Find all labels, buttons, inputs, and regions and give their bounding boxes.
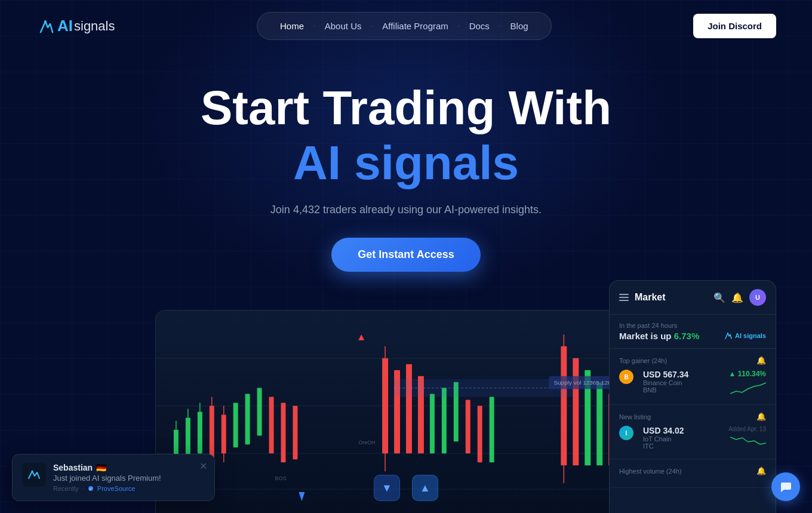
svg-rect-49 — [394, 379, 573, 397]
search-icon[interactable]: 🔍 — [713, 292, 725, 303]
logo: AIsignals — [36, 16, 115, 37]
nav-link-blog[interactable]: Blog — [506, 19, 533, 33]
highest-volume-label: Highest volume (24h) — [619, 468, 682, 475]
prove-source-icon: ✓ — [88, 486, 94, 492]
hero-subtitle: Join 4,432 traders already using our AI-… — [0, 204, 812, 216]
market-24h-value: Market is up 6.73% AI signals — [619, 330, 766, 341]
market-brand-logo: AI signals — [723, 330, 766, 341]
toast-brand-icon — [27, 468, 41, 482]
svg-rect-39 — [561, 346, 567, 465]
chart-bottom-buttons: ▼ ▲ — [156, 475, 656, 501]
logo-signals: signals — [74, 19, 115, 34]
chart-panel: Supply vol 12365.12K OreOH BOS BOS ▼ ▲ — [155, 310, 657, 513]
chart-down-button[interactable]: ▼ — [374, 475, 400, 501]
hamburger-icon[interactable] — [619, 294, 629, 301]
new-listing-card: New listing 🔔 I USD 34.02 IoT Chain ITC … — [610, 405, 776, 459]
bnb-price: USD 567.34 — [643, 370, 688, 379]
user-avatar[interactable]: U — [749, 289, 766, 306]
toast-content: Sebastian 🇩🇪 Just joined AI signals Prem… — [53, 463, 205, 492]
market-change: 6.73% — [674, 331, 700, 341]
toast-flag: 🇩🇪 — [96, 463, 106, 472]
market-24h-label: In the past 24 hours — [619, 322, 766, 329]
chart-inner: Supply vol 12365.12K OreOH BOS BOS ▼ ▲ — [156, 311, 656, 513]
bnb-change: ▲ 110.34% — [728, 370, 766, 378]
svg-rect-31 — [406, 364, 412, 454]
market-header: Market 🔍 🔔 U — [610, 281, 776, 315]
toast-logo — [22, 463, 46, 487]
top-gainer-bell-icon[interactable]: 🔔 — [756, 356, 766, 365]
highest-volume-header: Highest volume (24h) 🔔 — [619, 466, 766, 475]
bnb-mini-chart — [730, 380, 766, 397]
svg-rect-36 — [466, 400, 470, 454]
svg-rect-34 — [442, 388, 447, 454]
new-listing-row: I USD 34.02 IoT Chain ITC Added Apr, 13 — [619, 426, 766, 451]
logo-ai: AI — [57, 17, 73, 35]
svg-rect-42 — [573, 358, 579, 465]
svg-rect-15 — [210, 406, 214, 460]
top-gainer-label: Top gainer (24h) — [619, 357, 667, 364]
new-listing-header: New listing 🔔 — [619, 412, 766, 421]
svg-rect-33 — [430, 394, 435, 454]
svg-rect-18 — [222, 414, 226, 453]
get-instant-access-button[interactable]: Get Instant Access — [331, 238, 480, 272]
top-gainer-header: Top gainer (24h) 🔔 — [619, 356, 766, 365]
chart-up-button[interactable]: ▲ — [412, 475, 438, 501]
brand-mini-icon — [723, 330, 734, 341]
market-24h-section: In the past 24 hours Market is up 6.73% … — [610, 315, 776, 349]
svg-rect-22 — [245, 394, 250, 445]
svg-point-0 — [44, 20, 47, 23]
brand-mini-text: AI signals — [735, 332, 766, 339]
logo-icon — [36, 16, 57, 37]
highest-volume-bell-icon[interactable]: 🔔 — [756, 466, 766, 475]
market-header-left: Market — [619, 292, 666, 303]
svg-text:✓: ✓ — [89, 487, 93, 491]
iot-added-date: Added Apr, 13 — [728, 426, 766, 432]
bnb-ticker: BNB — [643, 386, 688, 394]
market-header-icons: 🔍 🔔 U — [713, 289, 766, 306]
nav-link-about[interactable]: About Us — [320, 19, 367, 33]
hero-title-line1: Start Trading With — [0, 82, 812, 134]
svg-rect-44 — [596, 382, 602, 466]
svg-point-58 — [32, 471, 33, 472]
iot-coin-info: USD 34.02 IoT Chain ITC — [643, 426, 684, 450]
nav-center: Home · About Us · Affiliate Program · Do… — [257, 12, 552, 40]
hero-section: Start Trading With AI signals Join 4,432… — [0, 52, 812, 272]
join-discord-button[interactable]: Join Discord — [693, 14, 776, 38]
iot-coin: I USD 34.02 IoT Chain ITC — [619, 426, 684, 450]
toast-message: Just joined AI signals Premium! — [53, 474, 205, 483]
chat-button[interactable] — [771, 472, 800, 501]
chat-icon — [779, 480, 792, 493]
nav-link-docs[interactable]: Docs — [465, 19, 494, 33]
iot-right: Added Apr, 13 — [728, 426, 766, 451]
market-title: Market — [635, 292, 666, 303]
toast-dot: · — [82, 485, 84, 492]
svg-text:Supply  vol 12365.12K: Supply vol 12365.12K — [553, 379, 611, 386]
svg-text:OreOH: OreOH — [358, 440, 375, 446]
toast-name-row: Sebastian 🇩🇪 — [53, 463, 205, 472]
nav-link-affiliate[interactable]: Affiliate Program — [377, 19, 453, 33]
top-gainer-card: Top gainer (24h) 🔔 B USD 567.34 Binance … — [610, 349, 776, 405]
toast-time: Recently — [53, 485, 79, 492]
nav-dot-3: · — [458, 23, 460, 29]
nav-link-home[interactable]: Home — [275, 19, 309, 33]
toast-close-button[interactable]: ✕ — [199, 460, 207, 472]
iot-ticker: ITC — [643, 443, 684, 450]
iot-name: IoT Chain — [643, 435, 684, 443]
iot-coin-icon: I — [619, 426, 633, 440]
top-gainer-coin: B USD 567.34 Binance Coin BNB — [619, 370, 688, 394]
new-listing-label: New listing — [619, 413, 651, 420]
bnb-change-section: ▲ 110.34% — [728, 370, 766, 397]
new-listing-bell-icon[interactable]: 🔔 — [756, 412, 766, 421]
iot-mini-chart — [730, 435, 766, 451]
svg-rect-23 — [257, 388, 262, 436]
bnb-name: Binance Coin — [643, 379, 688, 386]
bnb-coin-info: USD 567.34 Binance Coin BNB — [643, 370, 688, 394]
toast-username: Sebastian — [53, 463, 93, 472]
svg-rect-38 — [490, 397, 494, 463]
svg-rect-21 — [233, 403, 238, 448]
iot-price: USD 34.02 — [643, 426, 684, 435]
svg-rect-12 — [198, 412, 202, 454]
market-status: Market is up — [619, 331, 672, 341]
bell-icon[interactable]: 🔔 — [731, 292, 743, 303]
nav-dot-2: · — [371, 23, 373, 29]
